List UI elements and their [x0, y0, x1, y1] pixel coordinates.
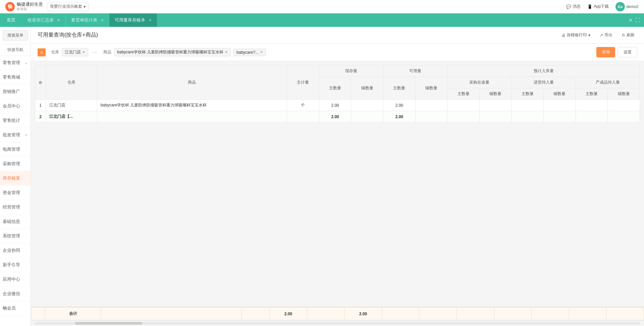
- sidebar-item-inventory[interactable]: 库存核算: [0, 171, 31, 186]
- cell-seq: 1: [35, 100, 46, 111]
- col-header-available: 可用量: [383, 65, 447, 77]
- cell-stock-main: 2.00: [319, 100, 351, 111]
- product-tag1: babycare学饮杯 儿童防摔防撞吸管杯重力球吸嘴杯宝宝水杯 ✕: [114, 48, 231, 56]
- col-header-pur-main: 主数量: [447, 88, 480, 100]
- cell-inc-sub: [544, 111, 576, 123]
- cell-warehouse: 江北门店: [46, 100, 97, 111]
- sidebar-item-guide[interactable]: 新手引导: [0, 258, 31, 272]
- footer-pur-main: [419, 308, 457, 320]
- remove-product2-icon[interactable]: ✕: [260, 50, 263, 54]
- footer-inc-sub: [532, 308, 569, 320]
- sidebar-item-wechat[interactable]: 企业微信: [0, 287, 31, 301]
- cell-stock-sub: [351, 111, 383, 123]
- col-header-settings[interactable]: ⚙: [35, 65, 46, 100]
- data-table: ⚙ 仓库 商品 主计量 现存量 可用量 预计入库量 主数量 辅数量 主数量 辅数…: [35, 65, 640, 123]
- tab-order-stats[interactable]: 要货单统计表 ✕: [66, 13, 109, 27]
- top-bar-left: 畅 畅捷通好生意 标准版 母婴行业演示账套 ▾: [5, 2, 89, 12]
- close-tab1-icon[interactable]: ✕: [57, 18, 60, 22]
- warehouse-more-icon[interactable]: ···: [91, 49, 98, 55]
- cell-prod-sub: [608, 111, 640, 123]
- app-download-button[interactable]: 📱 App下载: [587, 4, 609, 9]
- scrollbar-thumb[interactable]: [75, 322, 142, 325]
- cell-inc-sub: [544, 100, 576, 111]
- print-button[interactable]: 🖨 按模板打印 ▾: [559, 31, 593, 39]
- cell-pur-sub: [479, 111, 512, 123]
- footer-pur-sub: [457, 308, 494, 320]
- col-header-stock-sub: 辅数量: [351, 77, 383, 100]
- col-header-product: 商品: [97, 65, 287, 100]
- warehouse-label: 仓库: [51, 49, 59, 55]
- filter-toggle-button[interactable]: »: [38, 48, 46, 56]
- scrollbar-container: [31, 320, 644, 326]
- remove-warehouse-icon[interactable]: ✕: [82, 50, 85, 54]
- cell-warehouse: 江北门店【...: [46, 111, 97, 123]
- col-header-avail-sub: 辅数量: [415, 77, 447, 100]
- industry-selector[interactable]: 母婴行业演示账套 ▾: [47, 2, 89, 11]
- footer-stock-main: 2.00: [270, 308, 307, 320]
- product-filter-group: 商品 babycare学饮杯 儿童防摔防撞吸管杯重力球吸嘴杯宝宝水杯 ✕ bab…: [103, 48, 266, 56]
- chevron-down-icon: ▾: [84, 4, 86, 9]
- cell-avail-sub: [415, 111, 447, 123]
- refresh-button[interactable]: ↻ 刷新: [619, 31, 637, 39]
- scrollbar-track: [35, 322, 640, 325]
- chevron-icon: ▼: [24, 133, 28, 137]
- footer-label: 合计: [45, 308, 101, 320]
- sidebar-item-members[interactable]: 会员中心: [0, 99, 31, 113]
- search-menu-button[interactable]: 搜索菜单: [3, 30, 28, 41]
- quick-nav-button[interactable]: 快捷导航: [0, 44, 31, 56]
- sidebar-item-basic-info[interactable]: 基础信息: [0, 215, 31, 229]
- sidebar-item-system[interactable]: 系统管理: [0, 229, 31, 243]
- remove-product1-icon[interactable]: ✕: [225, 50, 228, 54]
- sidebar-item-retail-mall[interactable]: 零售商城: [0, 70, 31, 85]
- sidebar-item-membership[interactable]: 畅会员: [0, 301, 31, 316]
- sidebar-item-operations[interactable]: 经营管理: [0, 200, 31, 215]
- maximize-icon[interactable]: ⛶: [635, 17, 640, 23]
- nav-tabs-bar: 首页 收发存汇总表 ✕ 要货单统计表 ✕ 可用量库存账本 ✕ ✕ ⛶: [0, 13, 644, 27]
- table-wrapper[interactable]: ⚙ 仓库 商品 主计量 现存量 可用量 预计入库量 主数量 辅数量 主数量 辅数…: [31, 61, 644, 307]
- sidebar: 搜索菜单 快捷导航 零售管理 ▲ 零售商城 营销推广 会员中心 零售统计 批发管…: [0, 27, 31, 326]
- product-tag2: babycare?... ✕: [233, 49, 266, 56]
- query-button[interactable]: 查询: [596, 47, 615, 57]
- chevron-down-icon: ▾: [588, 33, 590, 38]
- footer-stock-sub: [307, 308, 344, 320]
- tab-home[interactable]: 首页: [0, 13, 22, 27]
- sidebar-item-marketing[interactable]: 营销推广: [0, 85, 31, 99]
- sidebar-item-purchase[interactable]: 采购管理: [0, 157, 31, 171]
- col-header-avail-main: 主数量: [383, 77, 416, 100]
- col-header-purchase: 采购在途量: [447, 77, 512, 88]
- cell-inc-main: [512, 111, 544, 123]
- close-all-icon[interactable]: ✕: [629, 17, 633, 23]
- cell-product: babycare学饮杯 儿童防摔防撞吸管杯重力球吸嘴杯宝宝水杯: [97, 100, 287, 111]
- main-layout: 搜索菜单 快捷导航 零售管理 ▲ 零售商城 营销推广 会员中心 零售统计 批发管…: [0, 27, 644, 326]
- sidebar-item-retail-mgmt[interactable]: 零售管理 ▲: [0, 56, 31, 70]
- cell-prod-sub: [608, 100, 640, 111]
- settings-button[interactable]: 设置: [618, 47, 637, 57]
- col-header-main-unit: 主计量: [287, 65, 319, 100]
- sidebar-item-retail-stats[interactable]: 零售统计: [0, 113, 31, 128]
- cell-prod-main: [576, 100, 608, 111]
- sidebar-item-finance[interactable]: 资金管理: [0, 186, 31, 200]
- content-area: 可用量查询(按仓库+商品) 🖨 按模板打印 ▾ ↗ 导出 ↻ 刷新 »: [31, 27, 644, 326]
- user-menu[interactable]: Ea demo2: [615, 2, 639, 11]
- sidebar-item-enterprise[interactable]: 企业协同: [0, 243, 31, 258]
- footer-prod-sub: [606, 308, 644, 320]
- sidebar-item-wholesale[interactable]: 批发管理 ▼: [0, 128, 31, 142]
- warehouse-tag: 江北门店 ✕: [62, 48, 88, 56]
- download-icon: 📱: [587, 4, 592, 9]
- tab-receivable-summary[interactable]: 收发存汇总表 ✕: [22, 13, 66, 27]
- message-button[interactable]: 💬 消息: [566, 4, 581, 9]
- tab-available-inventory[interactable]: 可用量库存账本 ✕: [109, 13, 157, 27]
- footer-unit-empty: [241, 308, 270, 320]
- sidebar-item-app-center[interactable]: 应用中心: [0, 272, 31, 287]
- cell-seq: 2: [35, 111, 46, 123]
- avatar: Ea: [615, 2, 625, 11]
- filter-actions: 查询 设置: [596, 47, 637, 57]
- cell-avail-sub: [415, 100, 447, 111]
- col-header-produced: 产成品待入量: [576, 77, 640, 88]
- col-header-forecast: 预计入库量: [447, 65, 640, 77]
- close-tab2-icon[interactable]: ✕: [101, 18, 104, 22]
- sidebar-item-ecommerce[interactable]: 电商管理: [0, 142, 31, 157]
- footer-prod-main: [569, 308, 606, 320]
- export-button[interactable]: ↗ 导出: [597, 31, 615, 39]
- close-tab3-icon[interactable]: ✕: [149, 18, 152, 22]
